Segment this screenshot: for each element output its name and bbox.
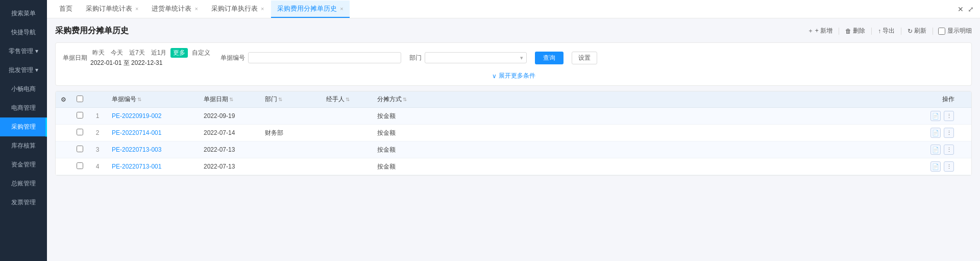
chevron-down-icon: ∨	[492, 73, 497, 80]
delete-label: 删除	[853, 27, 865, 35]
select-all-checkbox[interactable]	[77, 96, 83, 102]
sidebar-item-ledger[interactable]: 总账管理	[0, 174, 47, 193]
divider3	[901, 28, 901, 35]
row-method-2: 按金额	[372, 141, 925, 158]
dept-select-wrap: 财务部	[425, 52, 527, 63]
row-docno-2: PE-20220713-003	[107, 141, 199, 158]
row-handler-0	[321, 108, 372, 125]
search-btn[interactable]: 查询	[535, 52, 564, 64]
row-num-2: 3	[88, 141, 107, 158]
sidebar-item-retail[interactable]: 零售管理 ▾	[0, 42, 47, 61]
row-method-1: 按金额	[372, 125, 925, 141]
dept-select[interactable]: 财务部	[425, 52, 527, 63]
table-row: 2PE-20220714-0012022-07-14财务部按金额📄⋮	[56, 125, 971, 141]
shortcut-1month[interactable]: 近1月	[149, 48, 169, 58]
tab-label-purchase-order-stats: 采购订单统计表	[86, 4, 132, 13]
sidebar-item-purchase[interactable]: 采购管理	[0, 117, 47, 136]
expand-conditions-btn[interactable]: ∨ 展开更多条件	[492, 72, 535, 80]
more-icon-0[interactable]: ⋮	[944, 111, 954, 121]
row-num-0: 1	[88, 108, 107, 125]
tab-label-inbound-stats: 进货单统计表	[152, 4, 191, 13]
more-icon-3[interactable]: ⋮	[944, 161, 954, 172]
tab-close-inbound-stats[interactable]: ×	[194, 6, 198, 12]
shortcut-custom[interactable]: 自定义	[190, 48, 212, 58]
table-row: 4PE-20220713-0012022-07-13按金额📄⋮	[56, 158, 971, 175]
tab-bar: 首页采购订单统计表×进货单统计表×采购订单执行表×采购费用分摊单历史× ✕ ⤢	[47, 0, 980, 18]
shortcut-7days[interactable]: 近7天	[127, 48, 147, 58]
close-window-btn[interactable]: ✕	[958, 5, 964, 13]
tab-cost-split-history[interactable]: 采购费用分摊单历史×	[271, 1, 349, 18]
detail-icon-2[interactable]: 📄	[930, 145, 941, 155]
sidebar-item-inventory[interactable]: 库存核算	[0, 136, 47, 155]
tab-home[interactable]: 首页	[53, 1, 79, 18]
row-date-0: 2022-09-19	[199, 108, 260, 125]
tab-label-cost-split-history: 采购费用分摊单历史	[277, 4, 337, 13]
sidebar-item-search[interactable]: 搜索菜单	[0, 4, 47, 23]
more-icon-1[interactable]: ⋮	[944, 128, 954, 138]
expand-label: 展开更多条件	[499, 72, 535, 80]
th-dept[interactable]: 部门⇅	[260, 91, 321, 108]
tab-purchase-order-exec[interactable]: 采购订单执行表×	[205, 1, 270, 18]
th-settings[interactable]: ⚙	[56, 91, 71, 108]
docno-link-2[interactable]: PE-20220713-003	[112, 146, 161, 153]
shortcut-yesterday[interactable]: 昨天	[90, 48, 107, 58]
row-date-1: 2022-07-14	[199, 125, 260, 141]
toolbar: ＋ + 新增 🗑 删除 ↑ 导出 ↻ 刷新	[806, 27, 972, 35]
page-title: 采购费用分摊单历史	[55, 26, 129, 36]
detail-icon-3[interactable]: 📄	[930, 161, 941, 172]
shortcut-more[interactable]: 更多	[170, 48, 188, 58]
row-handler-3	[321, 158, 372, 175]
docnum-input[interactable]	[248, 52, 401, 63]
row-handler-2	[321, 141, 372, 158]
sidebar-item-invoice[interactable]: 发票管理	[0, 193, 47, 212]
export-icon: ↑	[878, 28, 881, 35]
shortcut-today[interactable]: 今天	[109, 48, 125, 58]
refresh-btn[interactable]: ↻ 刷新	[906, 27, 927, 35]
tab-close-purchase-order-exec[interactable]: ×	[261, 6, 264, 12]
sidebar-item-ecommerce[interactable]: 电商管理	[0, 99, 47, 117]
tab-label-purchase-order-exec: 采购订单执行表	[211, 4, 258, 13]
more-icon-2[interactable]: ⋮	[944, 145, 954, 155]
th-doc-no[interactable]: 单据编号⇅	[107, 91, 199, 108]
date-filter-item: 单据日期 昨天 今天 近7天 近1月 更多 自定义 2022-01-01 至 2…	[63, 48, 212, 67]
export-btn[interactable]: ↑ 导出	[877, 27, 896, 35]
page-title-row: 采购费用分摊单历史 ＋ + 新增 🗑 删除 ↑ 导出 ↻	[55, 26, 972, 36]
delete-btn[interactable]: 🗑 删除	[844, 27, 866, 35]
docno-link-3[interactable]: PE-20220713-001	[112, 163, 161, 170]
row-ops-0: 📄⋮	[925, 108, 971, 125]
detail-icon-0[interactable]: 📄	[930, 111, 941, 121]
docno-link-1[interactable]: PE-20220714-001	[112, 129, 161, 136]
th-checkbox	[71, 91, 88, 108]
th-doc-date[interactable]: 单据日期⇅	[199, 91, 260, 108]
row-checkbox-3[interactable]	[77, 162, 83, 169]
tab-close-cost-split-history[interactable]: ×	[340, 6, 343, 12]
sidebar-item-finance[interactable]: 资金管理	[0, 155, 47, 174]
th-handler[interactable]: 经手人⇅	[321, 91, 372, 108]
divider1	[839, 28, 839, 35]
sidebar-item-mini[interactable]: 小畅电商	[0, 80, 47, 99]
divider2	[871, 28, 872, 35]
row-checkbox-1[interactable]	[77, 129, 83, 135]
settings-btn[interactable]: 设置	[572, 52, 597, 64]
sort-icon-docno: ⇅	[137, 97, 141, 102]
sidebar-item-wholesale[interactable]: 批发管理 ▾	[0, 61, 47, 80]
expand-row: ∨ 展开更多条件	[63, 72, 964, 80]
tab-inbound-stats[interactable]: 进货单统计表×	[145, 1, 204, 18]
row-checkbox-2[interactable]	[77, 146, 83, 152]
docno-link-0[interactable]: PE-20220919-002	[112, 112, 161, 120]
data-table: ⚙ 单据编号⇅ 单据日期⇅ 部门⇅	[56, 91, 971, 175]
plus-icon: ＋	[807, 27, 814, 35]
filter-row: 单据日期 昨天 今天 近7天 近1月 更多 自定义 2022-01-01 至 2…	[63, 48, 964, 67]
sidebar-item-quicknav[interactable]: 快捷导航	[0, 23, 47, 42]
tab-close-purchase-order-stats[interactable]: ×	[135, 6, 138, 12]
add-btn[interactable]: ＋ + 新增	[806, 27, 834, 35]
row-settings-0	[56, 108, 71, 125]
show-detail-wrap: 显示明细	[938, 27, 972, 35]
tab-purchase-order-stats[interactable]: 采购订单统计表×	[80, 1, 144, 18]
show-detail-checkbox[interactable]	[938, 28, 945, 35]
th-split-method[interactable]: 分摊方式⇅	[372, 91, 925, 108]
detail-icon-1[interactable]: 📄	[930, 128, 941, 138]
row-checkbox-0[interactable]	[77, 112, 83, 118]
row-docno-0: PE-20220919-002	[107, 108, 199, 125]
maximize-btn[interactable]: ⤢	[968, 5, 974, 13]
